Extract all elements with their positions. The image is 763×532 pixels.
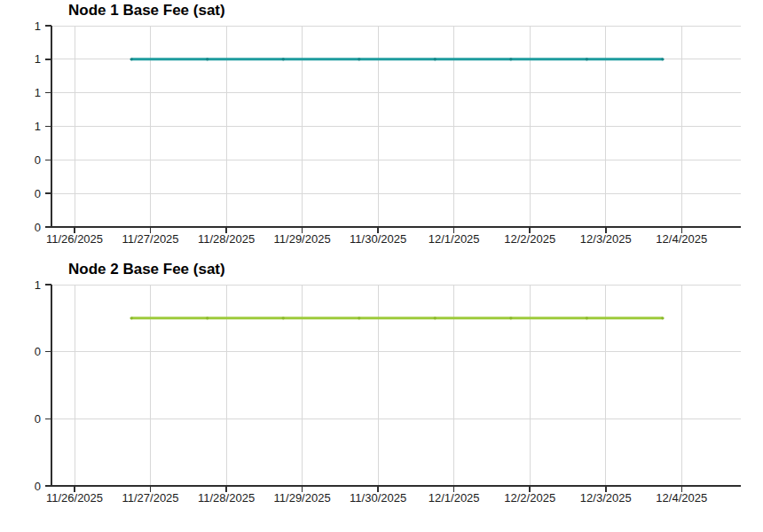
x-tick-label: 11/29/2025 xyxy=(274,232,331,246)
y-tick-label: 0 xyxy=(35,480,41,493)
data-point-marker xyxy=(586,317,588,319)
data-point-marker xyxy=(130,317,132,319)
x-tick-label: 11/26/2025 xyxy=(46,232,103,246)
y-tick-label: 0 xyxy=(35,221,41,234)
y-tick-label: 0 xyxy=(35,153,41,167)
data-point-marker xyxy=(509,317,512,319)
x-tick-label: 12/2/2025 xyxy=(504,491,555,505)
data-point-marker xyxy=(358,317,360,319)
x-tick-label: 11/26/2025 xyxy=(46,491,103,505)
chart-node-2-base-fee: Node 2 Base Fee (sat) 11/26/202511/27/20… xyxy=(0,259,763,532)
y-tick-label: 1 xyxy=(35,20,41,33)
chart-node-1-base-fee: Node 1 Base Fee (sat) 11/26/202511/27/20… xyxy=(0,0,763,259)
x-tick-label: 12/3/2025 xyxy=(580,491,632,505)
x-tick-label: 11/28/2025 xyxy=(198,232,255,246)
data-point-marker xyxy=(661,58,664,60)
x-tick-label: 11/29/2025 xyxy=(274,491,331,505)
data-point-marker xyxy=(358,58,360,60)
data-point-marker xyxy=(282,58,285,60)
x-tick-label: 11/28/2025 xyxy=(198,491,255,505)
x-tick-label: 11/27/2025 xyxy=(122,491,178,505)
y-tick-label: 1 xyxy=(35,52,41,66)
chart-1-plot-area: 11/26/202511/27/202511/28/202511/29/2025… xyxy=(0,0,763,259)
x-tick-label: 12/1/2025 xyxy=(429,232,480,246)
data-point-marker xyxy=(206,58,208,60)
x-tick-label: 11/30/2025 xyxy=(350,232,406,246)
x-tick-label: 12/4/2025 xyxy=(656,232,707,246)
x-tick-label: 12/3/2025 xyxy=(580,232,632,246)
y-tick-label: 1 xyxy=(35,86,41,99)
x-tick-label: 11/30/2025 xyxy=(350,491,406,505)
data-point-marker xyxy=(206,317,208,319)
y-tick-label: 0 xyxy=(35,345,41,358)
x-tick-label: 12/4/2025 xyxy=(656,491,707,505)
data-point-marker xyxy=(586,58,588,60)
data-point-marker xyxy=(282,317,285,319)
y-tick-label: 1 xyxy=(35,120,41,133)
x-tick-label: 12/1/2025 xyxy=(429,491,480,505)
y-tick-label: 1 xyxy=(35,278,41,292)
data-point-marker xyxy=(130,58,132,60)
y-tick-label: 0 xyxy=(35,412,41,426)
data-point-marker xyxy=(509,58,512,60)
x-tick-label: 11/27/2025 xyxy=(122,232,178,246)
y-tick-label: 0 xyxy=(35,187,41,200)
data-point-marker xyxy=(661,317,664,319)
page: { "styles": { "background": "#ffffff", "… xyxy=(0,0,763,532)
chart-2-plot-area: 11/26/202511/27/202511/28/202511/29/2025… xyxy=(0,259,763,532)
data-point-marker xyxy=(434,317,437,319)
x-tick-label: 12/2/2025 xyxy=(504,232,555,246)
data-point-marker xyxy=(434,58,437,60)
